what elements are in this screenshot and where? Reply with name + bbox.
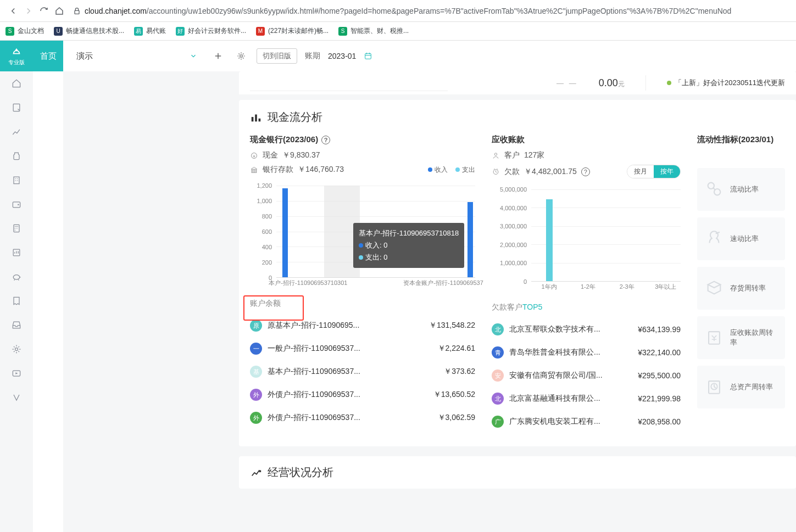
y-tick: 3,000,000	[500, 223, 527, 229]
y-tick: 5,000,000	[500, 186, 527, 193]
nav-invoice-icon[interactable]	[0, 289, 33, 313]
toggle-year[interactable]: 按年	[654, 165, 680, 178]
svg-rect-14	[259, 118, 261, 121]
owe-row[interactable]: 青青岛华胜普金科技有限公...¥322,140.00	[492, 341, 681, 364]
app-logo[interactable]: 专业版	[0, 41, 33, 71]
forward-button[interactable]	[21, 3, 36, 19]
help-icon[interactable]: ?	[581, 167, 590, 176]
top-bar: 演示 切到旧版 账期 2023-01	[63, 41, 796, 71]
svg-point-16	[494, 153, 497, 155]
account-row[interactable]: 外外债户-招行-1109069537...￥13,650.52	[250, 383, 475, 406]
svg-point-18	[708, 182, 714, 188]
svg-point-7	[13, 275, 20, 279]
ar-bar-chart[interactable]: 5,000,0004,000,0003,000,0002,000,0001,00…	[492, 189, 681, 294]
owe-row[interactable]: 安安徽有信商贸有限公司/国...¥295,500.00	[492, 364, 681, 387]
cash-bar-chart[interactable]: 1,2001,0008006004002000	[250, 186, 475, 290]
liquidity-card[interactable]: 应收账款周转率	[697, 316, 785, 359]
customer-avatar: 北	[492, 393, 504, 405]
settings-button[interactable]	[233, 48, 249, 64]
customer-avatar: 北	[492, 323, 504, 335]
x-label: 1年内	[542, 283, 557, 291]
nav-gear-icon[interactable]	[0, 337, 33, 361]
switch-old-version-button[interactable]: 切到旧版	[257, 48, 297, 64]
tab-home[interactable]: 首页	[33, 41, 63, 71]
svg-point-15	[252, 153, 257, 158]
svg-rect-2	[14, 177, 19, 184]
svg-rect-11	[365, 53, 371, 59]
account-row[interactable]: 原原基本户-招行-11090695...￥131,548.22	[250, 314, 475, 337]
favicon: M	[256, 27, 265, 36]
reload-button[interactable]	[36, 3, 52, 19]
owe-row[interactable]: 广广东腾安机电安装工程有...¥208,958.00	[492, 410, 681, 433]
liquidity-card[interactable]: 流动比率	[697, 168, 785, 211]
favicon: S	[338, 27, 347, 36]
balance-label: 账户余额	[250, 299, 475, 309]
bookmark-item[interactable]: U畅捷通信息技术股...	[54, 26, 124, 36]
account-row[interactable]: 基基本户-招行-1109069537...￥373.62	[250, 360, 475, 383]
nav-inbox-icon[interactable]	[0, 313, 33, 337]
svg-rect-3	[13, 202, 20, 208]
bookmark-item[interactable]: 易易代账	[134, 26, 166, 36]
metric-icon	[705, 180, 723, 200]
account-row[interactable]: 外外债户-招行-1109069537...￥3,062.59	[250, 406, 475, 429]
liquidity-card[interactable]: 速动比率	[697, 217, 785, 260]
nav-piggy-icon[interactable]	[0, 265, 33, 289]
bookmark-item[interactable]: S智能票、财、税推...	[338, 26, 409, 36]
back-button[interactable]	[5, 3, 21, 19]
nav-doc-icon[interactable]	[0, 96, 33, 120]
lock-icon	[73, 7, 85, 15]
svg-point-19	[714, 189, 720, 195]
y-tick: 800	[262, 213, 272, 220]
customer-line: 客户 127家	[492, 150, 681, 160]
address-bar[interactable]: cloud.chanjet.com/accounting/uw1eb00zy96…	[73, 3, 791, 19]
svg-point-8	[15, 348, 18, 351]
nav-home-icon[interactable]	[0, 71, 33, 96]
x-label: 1-2年	[581, 283, 595, 291]
y-tick: 1,000	[257, 198, 272, 204]
news-item[interactable]: 「上新」好会计20230511迭代更新	[667, 78, 785, 88]
panel-title: 现金流分析	[268, 110, 322, 125]
nav-wallet-icon[interactable]	[0, 192, 33, 216]
liquidity-card[interactable]: 总资产周转率	[697, 366, 785, 408]
nav-jar-icon[interactable]	[0, 144, 33, 168]
svg-rect-12	[252, 117, 254, 121]
nav-report-icon[interactable]	[0, 240, 33, 265]
y-tick: 1,000,000	[500, 260, 527, 266]
svg-rect-13	[255, 114, 257, 121]
svg-point-4	[18, 204, 19, 206]
svg-rect-0	[75, 10, 79, 14]
owe-row[interactable]: 北北京互帮联众数字技术有...¥634,139.99	[492, 318, 681, 341]
user-icon	[492, 152, 500, 160]
svg-point-10	[240, 55, 243, 58]
bookmarks-bar: S金山文档U畅捷通信息技术股...易易代账好好会计云财务软件...M(227封未…	[0, 22, 796, 41]
favicon: 好	[176, 27, 185, 36]
nav-building-icon[interactable]	[0, 168, 33, 192]
liquidity-title: 流动性指标(2023/01)	[697, 135, 785, 145]
nav-video-icon[interactable]	[0, 361, 33, 385]
toggle-month[interactable]: 按月	[627, 165, 654, 178]
liquidity-card[interactable]: 存货周转率	[697, 267, 785, 310]
company-selector[interactable]: 演示	[71, 47, 203, 65]
customer-avatar: 广	[492, 416, 504, 428]
owe-row[interactable]: 北北京富基融通科技有限公...¥221,999.98	[492, 387, 681, 410]
sidebar-sub: 首页	[33, 41, 63, 532]
cashflow-panel: 现金流分析 现金银行(2023/06) ? 现金 ￥9,830.37	[239, 100, 796, 446]
help-icon[interactable]: ?	[321, 136, 330, 144]
add-button[interactable]	[210, 48, 226, 64]
bookmark-item[interactable]: S金山文档	[5, 26, 44, 36]
bookmark-item[interactable]: 好好会计云财务软件...	[176, 26, 246, 36]
bank-icon	[250, 166, 258, 174]
home-button[interactable]	[52, 3, 67, 19]
nav-chart-icon[interactable]	[0, 120, 33, 144]
y-tick: 600	[262, 228, 272, 235]
period-toggle: 按月 按年	[627, 165, 681, 178]
cash-line: 现金 ￥9,830.37	[250, 150, 475, 160]
account-avatar: 外	[250, 389, 262, 401]
nav-calc-icon[interactable]	[0, 216, 33, 240]
account-avatar: 基	[250, 366, 262, 378]
chevron-down-icon	[190, 52, 197, 60]
bookmark-item[interactable]: M(227封未读邮件)畅...	[256, 26, 329, 36]
nav-v-icon[interactable]	[0, 385, 33, 410]
account-row[interactable]: 一一般户-招行-1109069537...￥2,224.61	[250, 337, 475, 360]
calendar-icon[interactable]	[364, 52, 372, 60]
